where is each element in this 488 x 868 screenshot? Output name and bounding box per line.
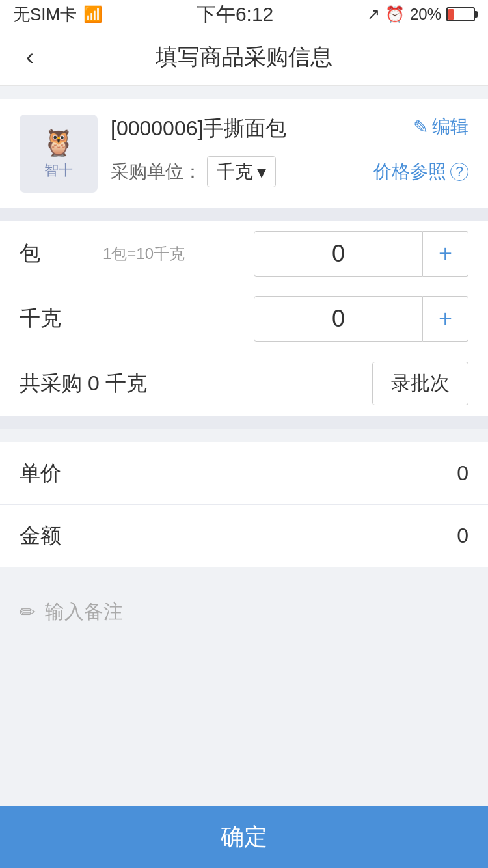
edit-label: 编辑 <box>432 115 468 139</box>
unit-price-row: 单价 0 <box>0 442 488 505</box>
kg-qty-input[interactable] <box>254 296 423 342</box>
kg-input-row: 千克 + <box>0 286 488 351</box>
unit-dropdown[interactable]: 千克 ▾ <box>207 156 276 187</box>
product-info: [0000006]手撕面包 ✎ 编辑 采购单位： 千克 ▾ 价格参照 ? <box>111 115 468 187</box>
bag-qty-input[interactable] <box>254 231 423 277</box>
bag-plus-button[interactable]: + <box>423 231 468 277</box>
notes-section[interactable]: ✏ 输入备注 <box>0 580 488 841</box>
divider-2 <box>0 416 488 429</box>
kg-plus-button[interactable]: + <box>423 296 468 342</box>
dropdown-arrow: ▾ <box>257 161 266 183</box>
bag-qty-control: + <box>254 231 468 277</box>
nav-bar: ‹ 填写商品采购信息 <box>0 29 488 86</box>
bag-input-row: 包 1包=10千克 + <box>0 221 488 286</box>
kg-qty-control: + <box>254 296 468 342</box>
summary-label: 共采购 <box>20 372 82 395</box>
notes-placeholder[interactable]: ✏ 输入备注 <box>20 599 468 625</box>
pencil-icon: ✏ <box>20 601 36 623</box>
battery-percent: 20% <box>410 5 441 23</box>
price-ref-button[interactable]: 价格参照 ? <box>373 159 468 184</box>
product-image: 🦉 智十 <box>20 115 98 193</box>
page-title: 填写商品采购信息 <box>156 42 332 72</box>
kg-label: 千克 <box>20 305 98 333</box>
price-ref-label: 价格参照 <box>373 159 446 184</box>
wifi-icon: 📶 <box>83 5 103 23</box>
battery-fill <box>448 9 454 20</box>
location-icon: ↗ <box>367 5 380 23</box>
product-logo: 🦉 智十 <box>42 128 75 180</box>
confirm-label: 确定 <box>221 821 267 853</box>
amount-label: 金额 <box>20 522 61 550</box>
unit-price-label: 单价 <box>20 459 61 488</box>
battery-icon <box>446 7 475 21</box>
product-header: [0000006]手撕面包 ✎ 编辑 <box>111 115 468 143</box>
product-unit-row: 采购单位： 千克 ▾ 价格参照 ? <box>111 156 468 187</box>
product-name: [0000006]手撕面包 <box>111 115 413 143</box>
amount-row: 金额 0 <box>0 505 488 567</box>
confirm-button[interactable]: 确定 <box>0 806 488 868</box>
notes-placeholder-text: 输入备注 <box>45 599 123 625</box>
summary-unit-val: 千克 <box>105 372 147 395</box>
unit-price-value: 0 <box>457 461 468 485</box>
status-left: 无SIM卡 📶 <box>13 3 103 26</box>
status-time: 下午6:12 <box>197 1 273 28</box>
bag-sublabel: 1包=10千克 <box>103 243 185 264</box>
summary-row: 共采购 0 千克 录批次 <box>0 351 488 416</box>
product-card: 🦉 智十 [0000006]手撕面包 ✎ 编辑 采购单位： 千克 ▾ 价格参照 … <box>0 99 488 208</box>
unit-label: 采购单位： <box>111 159 202 184</box>
summary-text: 共采购 0 千克 <box>20 370 147 398</box>
unit-value: 千克 <box>217 159 253 184</box>
summary-amount-val: 0 <box>88 372 100 395</box>
status-bar: 无SIM卡 📶 下午6:12 ↗ ⏰ 20% <box>0 0 488 29</box>
input-section: 包 1包=10千克 + 千克 + <box>0 221 488 351</box>
divider-1 <box>0 208 488 221</box>
alarm-icon: ⏰ <box>385 5 405 23</box>
price-section: 单价 0 金额 0 <box>0 442 488 567</box>
amount-value: 0 <box>457 524 468 548</box>
unit-selector-row: 采购单位： 千克 ▾ <box>111 156 276 187</box>
batch-button[interactable]: 录批次 <box>372 362 468 405</box>
price-ref-icon: ? <box>450 163 468 181</box>
bag-label: 包 <box>20 239 98 268</box>
carrier-text: 无SIM卡 <box>13 3 77 26</box>
edit-button[interactable]: ✎ 编辑 <box>413 115 468 139</box>
edit-icon: ✎ <box>413 116 428 138</box>
back-button[interactable]: ‹ <box>20 37 40 77</box>
status-right: ↗ ⏰ 20% <box>367 5 475 23</box>
